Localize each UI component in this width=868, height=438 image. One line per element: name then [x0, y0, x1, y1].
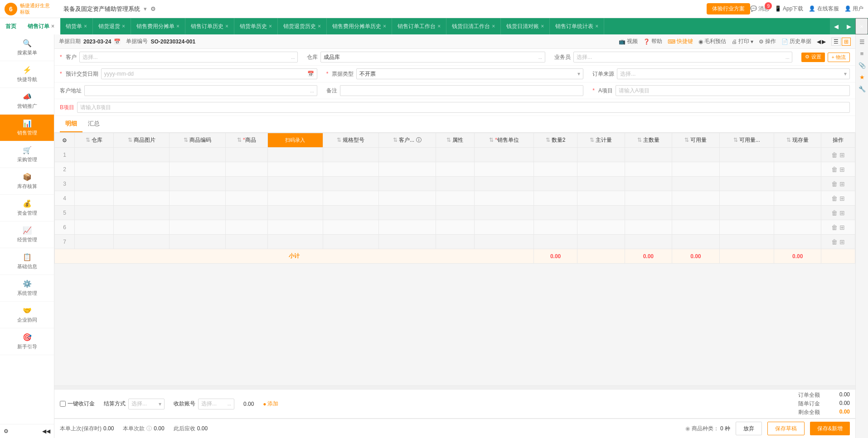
profit-btn[interactable]: ◉ 毛利预估 — [698, 38, 726, 45]
dropdown-arrow-icon[interactable]: ▾ — [144, 5, 147, 12]
tab-detail[interactable]: 明细 — [60, 116, 82, 132]
tab-cash-reconcile[interactable]: 钱货日清对账 × — [501, 18, 550, 34]
col-warehouse[interactable]: ⇅仓库 — [75, 133, 113, 148]
right-panel-btn-5[interactable]: 🔧 — [857, 83, 868, 94]
col-image[interactable]: ⇅商品图片 — [113, 133, 169, 148]
tab-sales-order[interactable]: 销售订单 × — [22, 18, 60, 34]
save-new-button[interactable]: 保存&新增 — [810, 422, 850, 435]
col-available2[interactable]: ⇅可用量... — [719, 133, 774, 148]
scan-button[interactable]: 扫码录入 — [281, 136, 309, 144]
tab-close-icon[interactable]: × — [84, 23, 87, 29]
delete-icon[interactable]: 🗑 — [831, 238, 838, 245]
col-product[interactable]: ⇅*商品 — [225, 133, 267, 148]
tab-close-icon[interactable]: × — [595, 23, 598, 29]
sidebar-item-inventory[interactable]: 📦 库存核算 — [0, 168, 54, 195]
tab-sales-fee[interactable]: 销售费用分摊单 × — [131, 18, 185, 34]
print-btn[interactable]: 🖨 打印 ▾ — [732, 38, 753, 45]
col-code[interactable]: ⇅商品编码 — [170, 133, 225, 148]
nav-next-button[interactable]: ▶ — [843, 18, 855, 34]
settings-icon[interactable]: ⚙ — [150, 5, 156, 12]
copy-icon[interactable]: ⊞ — [839, 166, 845, 173]
tab-close-icon[interactable]: × — [176, 23, 179, 29]
nav-prev-button[interactable]: ◀ — [830, 18, 843, 34]
calendar-icon[interactable]: 📅 — [114, 39, 121, 45]
delete-icon[interactable]: 🗑 — [831, 224, 838, 231]
order-source-select[interactable]: 选择... ▾ — [617, 68, 850, 79]
help-btn[interactable]: ❓ 帮助 — [643, 38, 662, 45]
sidebar-item-marketing[interactable]: 📣 营销推广 — [0, 88, 54, 115]
right-panel-btn-3[interactable]: 📎 — [857, 60, 868, 71]
col-spec[interactable]: ⇅规格型号 — [323, 133, 378, 148]
row-attribute[interactable] — [436, 148, 474, 162]
next-record-icon[interactable]: ▶ — [822, 39, 826, 45]
tab-close-icon[interactable]: × — [122, 23, 125, 29]
tab-sales-return[interactable]: 销货退货 × — [93, 18, 131, 34]
right-panel-btn-2[interactable]: ≡ — [857, 48, 868, 59]
copy-icon[interactable]: ⊞ — [839, 238, 845, 245]
right-panel-btn-1[interactable]: ☰ — [857, 36, 868, 47]
copy-icon[interactable]: ⊞ — [839, 180, 845, 188]
notification-area[interactable]: 💬 9 消息 — [750, 5, 769, 13]
copy-icon[interactable]: ⊞ — [839, 195, 845, 202]
b-project-input[interactable]: 请输入B项目 — [77, 102, 850, 113]
one-click-checkbox-input[interactable] — [60, 401, 66, 407]
horizontal-scrollbar[interactable] — [54, 385, 855, 389]
trial-button[interactable]: 体验行业方案 — [707, 3, 750, 14]
delete-icon[interactable]: 🗑 — [831, 166, 838, 173]
online-support[interactable]: 👤 在线客服 — [809, 5, 839, 13]
col-qty2[interactable]: ⇅数量2 — [534, 133, 577, 148]
discard-button[interactable]: 放弃 — [736, 422, 762, 435]
row-available[interactable] — [672, 148, 719, 162]
copy-icon[interactable]: ⊞ — [839, 151, 845, 159]
sidebar-item-enterprise[interactable]: 🤝 企业协同 — [0, 302, 54, 328]
tab-sales-goods[interactable]: 销货单 × — [60, 18, 93, 34]
notes-input[interactable] — [340, 85, 584, 96]
tab-home[interactable]: 首页 — [0, 18, 22, 34]
col-settings[interactable]: ⚙ — [55, 133, 75, 148]
user-area[interactable]: 👤 用户 — [844, 5, 863, 13]
sidebar-item-purchase[interactable]: 🛒 采购管理 — [0, 141, 54, 168]
tab-close-icon[interactable]: × — [318, 23, 321, 29]
add-payment-button[interactable]: ● 添加 — [263, 400, 278, 408]
sidebar-item-search[interactable]: 🔍 搜索菜单 — [0, 34, 54, 61]
app-download[interactable]: 📱 App下载 — [775, 5, 803, 13]
col-customer-code[interactable]: ⇅客户... ⓘ — [379, 133, 436, 148]
sidebar-item-quick[interactable]: ⚡ 快捷导航 — [0, 61, 54, 88]
sidebar-settings-icon[interactable]: ⚙ — [4, 428, 9, 434]
tab-close-icon[interactable]: × — [492, 23, 495, 29]
delete-icon[interactable]: 🗑 — [831, 209, 838, 217]
operation-btn[interactable]: ⚙ 操作 — [759, 38, 776, 45]
sidebar-item-guide[interactable]: 🎯 新手引导 — [0, 328, 54, 355]
row-customer-code[interactable] — [379, 148, 436, 162]
staff-input[interactable]: 选择... ... — [573, 52, 792, 63]
col-attribute[interactable]: ⇅属性 — [436, 133, 474, 148]
grid-view-icon[interactable]: ⊞ — [842, 38, 851, 46]
row-available2[interactable] — [719, 148, 774, 162]
row-main-qty[interactable] — [625, 148, 672, 162]
tab-sales-order-history[interactable]: 销售订单历史 × — [185, 18, 234, 34]
tab-summary[interactable]: 汇总 — [82, 116, 105, 132]
history-btn[interactable]: 📄 历史单据 — [781, 38, 811, 45]
tab-close-icon[interactable]: × — [437, 23, 441, 29]
payment-method-select[interactable]: 选择... ▾ — [128, 399, 165, 409]
tab-return-history[interactable]: 销货退货历史 × — [278, 18, 327, 34]
settings-button[interactable]: ⚙ 设置 — [801, 53, 824, 62]
delivery-date-input[interactable]: yyyy-mm-dd 📅 — [101, 68, 317, 79]
account-select[interactable]: 选择... ... — [198, 399, 234, 409]
row-code[interactable] — [170, 148, 225, 162]
delete-icon[interactable]: 🗑 — [831, 195, 838, 202]
tab-cash-workbench[interactable]: 钱货日清工作台 × — [446, 18, 501, 34]
copy-icon[interactable]: ⊞ — [839, 224, 845, 231]
invoice-select[interactable]: 不开票 ▾ — [356, 68, 583, 79]
row-main-unit[interactable] — [577, 148, 625, 162]
tab-order-stats[interactable]: 销售订单统计表 × — [550, 18, 604, 34]
row-unit[interactable] — [475, 148, 534, 162]
copy-icon[interactable]: ⊞ — [839, 209, 845, 217]
row-spec[interactable] — [323, 148, 378, 162]
sidebar-item-sales[interactable]: 📊 销售管理 — [0, 115, 54, 141]
view-btn[interactable]: 📺 视频 — [619, 38, 638, 45]
col-unit[interactable]: ⇅*销售单位 — [475, 133, 534, 148]
sidebar-item-system[interactable]: ⚙️ 系统管理 — [0, 275, 54, 302]
sidebar-collapse-icon[interactable]: ◀◀ — [42, 428, 50, 434]
tab-close-icon[interactable]: × — [541, 23, 544, 29]
